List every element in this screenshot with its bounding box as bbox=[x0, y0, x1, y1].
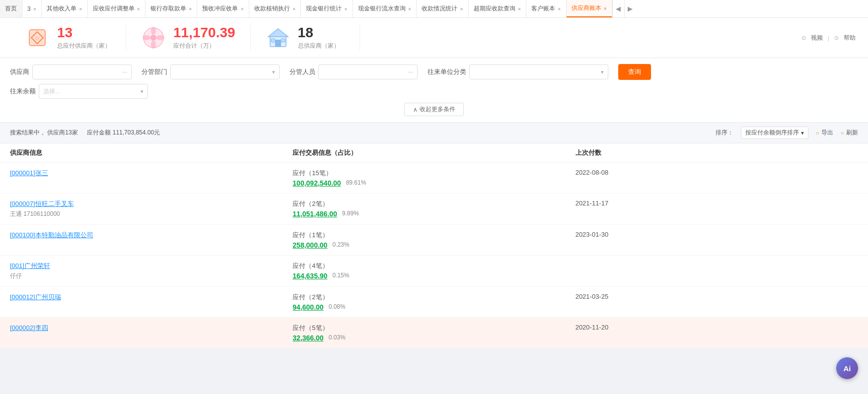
trans-amount[interactable]: 32,366.00 bbox=[292, 334, 323, 342]
nav-tab-ap-adjustment-close[interactable]: × bbox=[137, 6, 140, 12]
nav-tab-bank-deposit-label: 银行存取款单 bbox=[150, 4, 186, 13]
nav-tab-customer-account[interactable]: 客户账本 × bbox=[526, 0, 566, 17]
nav-tab-t3[interactable]: 3 × bbox=[22, 0, 42, 17]
supplier-link[interactable]: [000012]广州贝瑞 bbox=[10, 293, 292, 302]
last-pay-cell: 2021-11-17 bbox=[576, 199, 858, 207]
summary-text-ap-suppliers: 13 总应付供应商（家） bbox=[57, 26, 111, 50]
table-row: [000001]张三 应付（15笔） 100,092,540.00 89.61%… bbox=[0, 163, 868, 194]
trans-info-cell: 应付（5笔） 32,366.00 0.03% bbox=[292, 324, 575, 342]
trans-amount[interactable]: 164,635.90 bbox=[292, 272, 327, 280]
export-button[interactable]: ○ 导出 bbox=[816, 129, 833, 137]
supplier-link[interactable]: [000001]张三 bbox=[10, 169, 292, 178]
total-suppliers-label: 总供应商（家） bbox=[298, 42, 340, 50]
nav-next-button[interactable]: ▶ bbox=[624, 0, 636, 17]
supplier-filter-label: 供应商 bbox=[10, 67, 29, 76]
nav-tab-cash-bank-query[interactable]: 现金银行流水查询 × bbox=[353, 0, 417, 17]
svg-point-7 bbox=[143, 35, 150, 40]
nav-tab-supplier-account-close[interactable]: × bbox=[604, 5, 607, 11]
nav-tab-bank-deposit[interactable]: 银行存取款单 × bbox=[145, 0, 197, 17]
query-button[interactable]: 查询 bbox=[618, 64, 651, 80]
nav-tab-receipt-verify-close[interactable]: × bbox=[292, 6, 295, 12]
sort-select[interactable]: 按应付余额倒序排序 ▾ bbox=[741, 127, 808, 139]
nav-tab-cash-bank-query-label: 现金银行流水查询 bbox=[358, 4, 406, 13]
sort-label: 排序： bbox=[716, 129, 733, 137]
nav-tab-other-income[interactable]: 其他收入单 × bbox=[42, 0, 87, 17]
dept-filter-label: 分管部门 bbox=[142, 67, 167, 76]
nav-tab-cash-bank-stat-close[interactable]: × bbox=[344, 6, 347, 12]
supplier-link[interactable]: [000002]李四 bbox=[10, 324, 292, 332]
nav-tab-home-label: 首页 bbox=[5, 4, 17, 13]
filter-item-balance: 往来余额 选择... ▾ bbox=[10, 84, 148, 99]
nav-tab-home[interactable]: 首页 bbox=[0, 0, 22, 17]
svg-rect-11 bbox=[275, 40, 281, 47]
collapse-btn-label: 收起更多条件 bbox=[420, 105, 455, 114]
supplier-info-cell: [000007]恒旺二手叉车 王通 17106110000 bbox=[10, 199, 292, 218]
last-pay-date: 2023-01-30 bbox=[576, 231, 609, 238]
nav-tab-overdue-query-close[interactable]: × bbox=[518, 6, 521, 12]
filter-item-person: 分管人员 ··· bbox=[289, 65, 418, 79]
svg-point-4 bbox=[150, 35, 156, 41]
trans-amount[interactable]: 11,051,486.00 bbox=[292, 210, 337, 218]
video-icon: ⊙ bbox=[801, 35, 806, 41]
trans-label: 应付（15笔） bbox=[292, 169, 575, 178]
trans-percent: 9.89% bbox=[342, 210, 359, 217]
nav-tab-bank-deposit-close[interactable]: × bbox=[189, 6, 192, 12]
trans-percent: 0.08% bbox=[329, 303, 346, 310]
supplier-link[interactable]: [001]广州荣轩 bbox=[10, 262, 292, 270]
sort-chevron-icon: ▾ bbox=[801, 130, 804, 136]
collapse-more-button[interactable]: ∧ 收起更多条件 bbox=[404, 103, 464, 116]
nav-tab-receipt-verify[interactable]: 收款核销执行 × bbox=[249, 0, 301, 17]
result-summary: 搜索结果中， 供应商13家 应付金额 111,703,854.00元 bbox=[10, 129, 160, 137]
nav-tab-receipt-stat[interactable]: 收款情况统计 × bbox=[417, 0, 468, 17]
nav-tab-customer-account-close[interactable]: × bbox=[558, 6, 561, 12]
header-supplier-info: 供应商信息 bbox=[10, 148, 292, 157]
nav-tab-receipt-stat-close[interactable]: × bbox=[460, 6, 463, 12]
balance-select-value: 选择... bbox=[43, 87, 60, 96]
trans-percent: 0.03% bbox=[329, 334, 346, 341]
refresh-button[interactable]: ○ 刷新 bbox=[841, 129, 858, 137]
trans-amount[interactable]: 100,092,540.00 bbox=[292, 179, 341, 187]
trans-percent: 0.23% bbox=[332, 241, 349, 248]
sort-select-value: 按应付余额倒序排序 bbox=[745, 129, 799, 137]
supplier-info-cell: [000001]张三 bbox=[10, 169, 292, 178]
nav-tab-ap-adjustment-label: 应收应付调整单 bbox=[93, 4, 135, 13]
nav-tab-customer-account-label: 客户账本 bbox=[531, 4, 555, 13]
table-row: [000007]恒旺二手叉车 王通 17106110000 应付（2笔） 11,… bbox=[0, 194, 868, 225]
table-row: [000002]李四 应付（5笔） 32,366.00 0.03% 2020-1… bbox=[0, 318, 868, 348]
svg-text:◇: ◇ bbox=[35, 35, 39, 41]
summary-text-total-suppliers: 18 总供应商（家） bbox=[298, 26, 340, 50]
unit-class-filter-select[interactable]: ▾ bbox=[469, 65, 608, 79]
supplier-ellipsis-icon: ··· bbox=[122, 68, 127, 75]
nav-tab-ap-adjustment[interactable]: 应收应付调整单 × bbox=[88, 0, 145, 17]
dept-filter-select[interactable]: ▾ bbox=[170, 65, 280, 79]
balance-filter-select[interactable]: 选择... ▾ bbox=[39, 84, 148, 99]
supplier-sub: 王通 17106110000 bbox=[10, 210, 292, 218]
nav-prev-button[interactable]: ◀ bbox=[612, 0, 624, 17]
nav-tab-overdue-query[interactable]: 超期应收款查询 × bbox=[469, 0, 526, 17]
help-link[interactable]: 帮助 bbox=[844, 34, 856, 42]
summary-item-ap-suppliers: ◇ 13 总应付供应商（家） bbox=[10, 25, 126, 50]
nav-tab-other-income-close[interactable]: × bbox=[79, 6, 82, 12]
nav-tab-overdue-query-label: 超期应收款查询 bbox=[474, 4, 515, 13]
trans-amount[interactable]: 258,000.00 bbox=[292, 241, 327, 249]
nav-tab-supplier-account[interactable]: 供应商账本 × bbox=[567, 0, 612, 17]
nav-tab-t3-close[interactable]: × bbox=[33, 6, 36, 12]
supplier-filter-input[interactable]: ··· bbox=[32, 65, 132, 79]
balance-filter-label: 往来余额 bbox=[10, 87, 36, 96]
result-amount-value: 111,703,854.00元 bbox=[113, 129, 160, 136]
nav-tab-prepay-close[interactable]: × bbox=[240, 6, 243, 12]
nav-tab-prepay[interactable]: 预收冲应收单 × bbox=[197, 0, 249, 17]
video-link[interactable]: 视频 bbox=[811, 34, 823, 42]
supplier-link[interactable]: [000007]恒旺二手叉车 bbox=[10, 199, 292, 208]
ap-suppliers-value: 13 bbox=[57, 26, 111, 40]
trans-amount[interactable]: 94,600.00 bbox=[292, 303, 323, 311]
person-filter-input[interactable]: ··· bbox=[318, 65, 418, 79]
nav-tab-cash-bank-stat[interactable]: 现金银行统计 × bbox=[301, 0, 353, 17]
svg-rect-13 bbox=[281, 39, 285, 42]
unit-class-filter-label: 往来单位分类 bbox=[428, 67, 466, 76]
nav-tab-cash-bank-query-close[interactable]: × bbox=[408, 6, 411, 12]
filter-item-unit-class: 往来单位分类 ▾ bbox=[428, 65, 608, 79]
supplier-link[interactable]: [000100]本特勤油品有限公司 bbox=[10, 231, 292, 240]
last-pay-date: 2020-11-20 bbox=[576, 324, 609, 331]
flower-icon bbox=[141, 25, 166, 50]
